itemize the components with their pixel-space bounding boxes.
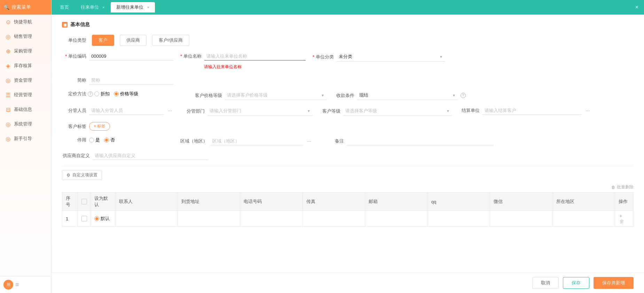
sidebar-item-label: 资金管理 xyxy=(14,77,32,83)
unit-name-input[interactable] xyxy=(204,52,306,60)
batch-delete-button[interactable]: 🗑 批量删除 xyxy=(611,184,634,190)
radio-price-level[interactable]: 价格等级 xyxy=(114,91,138,97)
sidebar-item-label: 采购管理 xyxy=(14,48,32,54)
guide-icon: ◎ xyxy=(5,136,11,142)
cell-region[interactable] xyxy=(552,211,615,227)
settlement-unit-input[interactable] xyxy=(482,106,581,115)
sidebar-item-guide[interactable]: ◎ 新手引导 xyxy=(0,131,51,146)
contacts-table: 序号 设为默认 联系人 到货地址 电话号码 传真 邮箱 qq 微信 所在地区 操… xyxy=(62,192,634,227)
cell-address[interactable] xyxy=(178,211,240,227)
settlement-unit-label: 结算单位 xyxy=(459,107,480,114)
add-tag-button[interactable]: + 标签 xyxy=(89,122,110,131)
cell-default[interactable]: 默认 xyxy=(91,211,115,227)
sidebar-item-inventory[interactable]: ◈ 库存核算 xyxy=(0,58,51,73)
row-email-input[interactable] xyxy=(369,215,424,223)
row-add-button[interactable]: + xyxy=(619,213,623,219)
col-email: 邮箱 xyxy=(365,193,427,211)
region-label: 区域（地区） xyxy=(180,138,207,144)
row-fax-input[interactable] xyxy=(306,215,361,223)
region-input[interactable] xyxy=(210,137,303,145)
unit-name-error: 请输入往来单位名称 xyxy=(204,64,242,70)
row-contact-input[interactable] xyxy=(119,215,174,223)
tab-home[interactable]: 首页 xyxy=(54,2,74,13)
cell-phone[interactable] xyxy=(240,211,303,227)
row-delete-button[interactable]: 🗑 xyxy=(619,219,625,224)
cell-wechat[interactable] xyxy=(490,211,552,227)
supplier-custom-row: 供应商自定义 xyxy=(62,152,634,160)
tab-new-contact-close[interactable]: × xyxy=(147,5,149,9)
radio-yes[interactable]: 是 xyxy=(89,137,100,143)
custom-settings-button[interactable]: ⚙ 自定义项设置 xyxy=(62,170,102,180)
save-button[interactable]: 保存 xyxy=(563,277,589,289)
row-qq-input[interactable] xyxy=(431,215,487,223)
unit-category-select[interactable]: 未分类 ▼ xyxy=(337,52,445,62)
type-both-button[interactable]: 客户/供应商 xyxy=(152,35,189,46)
row-checkbox[interactable] xyxy=(81,216,87,221)
type-supplier-button[interactable]: 供应商 xyxy=(120,35,147,46)
disable-field: 停用 是 否 xyxy=(62,137,173,143)
row-address-input[interactable] xyxy=(181,215,236,223)
region-more-button[interactable]: ··· xyxy=(306,138,313,144)
gear-icon: ⚙ xyxy=(66,173,70,178)
cancel-button[interactable]: 取消 xyxy=(532,277,559,289)
pricing-row: 定价方法 ? 折扣 价格等级 客户价格等级 xyxy=(62,91,634,100)
unit-type-field: 单位类型 客户 供应商 客户/供应商 xyxy=(62,35,189,46)
radio-discount[interactable]: 折扣 xyxy=(94,91,110,97)
supplier-custom-input[interactable] xyxy=(93,152,208,160)
sidebar-item-quick-nav[interactable]: ⊙ 快捷导航 xyxy=(0,15,51,29)
tab-contacts-close[interactable]: × xyxy=(102,5,104,9)
payment-terms-field: 收款条件 现结 ▼ ? xyxy=(333,91,466,100)
search-menu-button[interactable]: 🔍 搜索菜单 xyxy=(0,0,51,15)
row-wechat-input[interactable] xyxy=(494,215,549,223)
tab-new-contact[interactable]: 新增往来单位 × xyxy=(111,2,155,13)
radio-price-level-label: 价格等级 xyxy=(120,91,138,97)
select-all-checkbox[interactable] xyxy=(81,199,87,204)
tab-contacts[interactable]: 往来单位 × xyxy=(75,2,110,13)
customer-level-select[interactable]: 请选择客户等级 ▼ xyxy=(343,106,452,116)
radio-discount-label: 折扣 xyxy=(101,91,110,97)
row-phone-input[interactable] xyxy=(244,215,299,223)
supplier-custom-field: 供应商自定义 xyxy=(62,152,208,160)
sidebar-expand-icon[interactable]: ≡ xyxy=(15,281,19,288)
department-select[interactable]: 请输入分管部门 ▼ xyxy=(207,106,313,116)
radio-no[interactable]: 否 xyxy=(104,137,115,143)
settlement-unit-more-button[interactable]: ··· xyxy=(584,108,591,113)
radio-yes-outer xyxy=(89,138,94,143)
customer-price-level-select[interactable]: 请选择客户价格等级 ▼ xyxy=(225,91,327,100)
type-customer-button[interactable]: 客户 xyxy=(92,35,114,46)
sidebar-item-sales[interactable]: ◎ 销售管理 xyxy=(0,29,51,44)
radio-no-label: 否 xyxy=(110,137,115,143)
cell-email[interactable] xyxy=(365,211,427,227)
sidebar-item-purchase[interactable]: ⊕ 采购管理 xyxy=(0,44,51,58)
manager-input[interactable] xyxy=(89,106,164,115)
payment-terms-select[interactable]: 现结 ▼ xyxy=(357,91,458,100)
sidebar-item-label: 销售管理 xyxy=(14,33,32,40)
save-new-button[interactable]: 保存并新增 xyxy=(594,277,634,289)
tag-field: 客户标签 + 标签 xyxy=(62,122,634,131)
row-default-radio[interactable]: 默认 xyxy=(94,215,111,222)
sidebar-item-finance[interactable]: ◎ 资金管理 xyxy=(0,73,51,88)
payment-hint-icon[interactable]: ? xyxy=(461,93,466,98)
row-region-input[interactable] xyxy=(556,215,611,223)
cell-qq[interactable] xyxy=(427,211,490,227)
sidebar-item-system[interactable]: ◎ 系统管理 xyxy=(0,117,51,131)
sidebar-item-operations[interactable]: ☰ 经营管理 xyxy=(0,88,51,102)
tabs-close-all-button[interactable]: × xyxy=(633,3,641,12)
pricing-hint-icon[interactable]: ? xyxy=(88,91,93,97)
disable-row: 停用 是 否 区域（地区） ··· xyxy=(62,137,634,145)
radio-no-outer xyxy=(104,138,109,143)
tab-new-contact-label: 新增往来单位 xyxy=(116,4,143,10)
section-title: ▣ 基本信息 xyxy=(62,22,634,28)
unit-type-row: 单位类型 客户 供应商 客户/供应商 xyxy=(62,35,634,46)
radio-discount-outer xyxy=(94,91,99,96)
remark-input[interactable] xyxy=(347,137,494,145)
basic-icon: ⊟ xyxy=(5,106,11,113)
unit-code-input[interactable] xyxy=(89,52,173,60)
manager-more-button[interactable]: ··· xyxy=(166,108,173,113)
table-row: 1 默认 xyxy=(62,211,634,227)
cell-fax[interactable] xyxy=(303,211,365,227)
alias-input[interactable] xyxy=(89,76,173,84)
customer-level-placeholder: 请选择客户等级 xyxy=(345,108,377,114)
sidebar-item-basic[interactable]: ⊟ 基础信息 xyxy=(0,102,51,117)
cell-contact[interactable] xyxy=(115,211,178,227)
